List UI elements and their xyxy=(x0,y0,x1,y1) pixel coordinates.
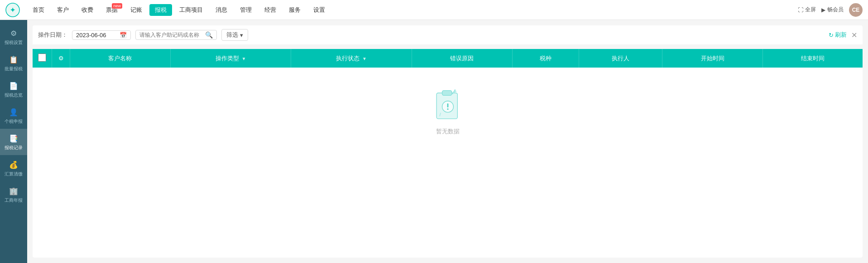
sidebar-label-报税记录: 报税记录 xyxy=(5,145,23,151)
op-type-sort-icon[interactable]: ▼ xyxy=(242,56,246,61)
nav-badge-票据: new xyxy=(112,3,122,9)
sidebar-label-批量报税: 批量报税 xyxy=(5,66,23,72)
svg-text:✦: ✦ xyxy=(10,6,15,14)
refresh-icon: ↻ xyxy=(829,32,834,39)
sidebar-item-个税申报[interactable]: 👤个税申报 xyxy=(0,102,27,129)
exec-status-sort-icon[interactable]: ▼ xyxy=(362,56,367,61)
col-executor: 执行人 xyxy=(579,49,662,68)
records-table: ⚙ 客户名称 操作类型 ▼ 执行状态 ▼ xyxy=(33,49,863,68)
sidebar-icon-批量报税: 📋 xyxy=(9,54,19,64)
sidebar-item-批量报税[interactable]: 📋批量报税 xyxy=(0,50,27,76)
member-btn[interactable]: ▶ 畅会员 xyxy=(821,6,844,14)
sidebar-item-报税记录[interactable]: 📑报税记录 xyxy=(0,129,27,155)
nav-item-经营[interactable]: 经营 xyxy=(259,4,282,16)
nav-item-记账[interactable]: 记账 xyxy=(125,4,148,16)
table-header: ⚙ 客户名称 操作类型 ▼ 执行状态 ▼ xyxy=(33,49,863,68)
refresh-button[interactable]: ↻ 刷新 xyxy=(829,31,847,39)
nav-item-工商项目[interactable]: 工商项目 xyxy=(174,4,208,16)
empty-state: 暂无数据 xyxy=(33,68,863,154)
sidebar-item-报税总览[interactable]: 📄报税总览 xyxy=(0,76,27,102)
search-button[interactable]: 🔍 xyxy=(205,31,213,39)
sidebar-label-报税总览: 报税总览 xyxy=(5,92,23,98)
sidebar-icon-报税设置: ⚙ xyxy=(9,28,19,38)
avatar-text: CE xyxy=(852,7,860,13)
member-icon: ▶ xyxy=(821,7,825,13)
fullscreen-label: 全屏 xyxy=(805,6,816,14)
select-all-header xyxy=(33,49,52,68)
col-op-type: 操作类型 ▼ xyxy=(170,49,291,68)
chevron-down-icon: ▾ xyxy=(240,32,243,39)
date-input[interactable] xyxy=(76,32,117,39)
col-exec-status: 执行状态 ▼ xyxy=(291,49,412,68)
sidebar: ⚙报税设置📋批量报税📄报税总览👤个税申报📑报税记录💰汇算清缴🏢工商年报 xyxy=(0,20,27,263)
col-tax-type: 税种 xyxy=(512,49,579,68)
filter-label: 筛选 xyxy=(226,31,238,39)
sidebar-label-个税申报: 个税申报 xyxy=(5,118,23,124)
col-error-reason: 错误原因 xyxy=(412,49,513,68)
nav-item-管理[interactable]: 管理 xyxy=(235,4,257,16)
fullscreen-btn[interactable]: ⛶ 全屏 xyxy=(798,6,816,14)
toolbar: 操作日期： 📅 🔍 筛选 ▾ ↻ 刷新 ✕ xyxy=(33,25,863,44)
empty-illustration xyxy=(430,86,466,122)
col-start-time: 开始时间 xyxy=(662,49,763,68)
date-picker[interactable]: 📅 xyxy=(72,30,131,40)
content-area: 操作日期： 📅 🔍 筛选 ▾ ↻ 刷新 ✕ xyxy=(27,20,868,263)
search-box: 🔍 xyxy=(135,30,217,40)
sidebar-item-工商年报[interactable]: 🏢工商年报 xyxy=(0,181,27,208)
close-button[interactable]: ✕ xyxy=(851,31,857,39)
sidebar-icon-汇算清缴: 💰 xyxy=(9,160,19,170)
refresh-label: 刷新 xyxy=(835,31,847,39)
nav-item-报税[interactable]: 报税 xyxy=(149,4,172,16)
select-all-checkbox[interactable] xyxy=(38,54,46,62)
nav-item-消息[interactable]: 消息 xyxy=(210,4,233,16)
nav-item-设置[interactable]: 设置 xyxy=(308,4,331,16)
sidebar-item-汇算清缴[interactable]: 💰汇算清缴 xyxy=(0,155,27,181)
app-logo[interactable]: ✦ xyxy=(5,3,20,17)
nav-menu: 首页客户收费票据new记账报税工商项目消息管理经营服务设置 xyxy=(27,4,798,16)
col-customer-name: 客户名称 xyxy=(70,49,171,68)
sidebar-item-报税设置[interactable]: ⚙报税设置 xyxy=(0,24,27,50)
col-end-time: 结束时间 xyxy=(763,49,863,68)
sidebar-label-工商年报: 工商年报 xyxy=(5,197,23,203)
member-label: 畅会员 xyxy=(827,6,844,14)
svg-rect-3 xyxy=(442,91,451,96)
svg-point-6 xyxy=(447,108,448,110)
sidebar-icon-工商年报: 🏢 xyxy=(9,186,19,196)
empty-text: 暂无数据 xyxy=(436,127,460,136)
table-container: ⚙ 客户名称 操作类型 ▼ 执行状态 ▼ xyxy=(33,49,863,258)
nav-item-客户[interactable]: 客户 xyxy=(52,4,74,16)
nav-item-首页[interactable]: 首页 xyxy=(27,4,50,16)
nav-item-服务[interactable]: 服务 xyxy=(283,4,306,16)
sidebar-icon-报税总览: 📄 xyxy=(9,81,19,91)
sidebar-label-报税设置: 报税设置 xyxy=(5,39,23,45)
nav-item-收费[interactable]: 收费 xyxy=(76,4,99,16)
nav-right: ⛶ 全屏 ▶ 畅会员 CE xyxy=(798,3,863,17)
nav-item-票据[interactable]: 票据new xyxy=(101,4,123,16)
main-layout: ⚙报税设置📋批量报税📄报税总览👤个税申报📑报税记录💰汇算清缴🏢工商年报 操作日期… xyxy=(0,20,868,263)
settings-icon[interactable]: ⚙ xyxy=(58,55,64,62)
toolbar-right: ↻ 刷新 ✕ xyxy=(829,31,857,39)
sidebar-icon-个税申报: 👤 xyxy=(9,107,19,117)
svg-rect-5 xyxy=(447,103,448,107)
calendar-icon: 📅 xyxy=(120,32,127,39)
top-nav: ✦ 首页客户收费票据new记账报税工商项目消息管理经营服务设置 ⛶ 全屏 ▶ 畅… xyxy=(0,0,868,20)
sidebar-icon-报税记录: 📑 xyxy=(9,133,19,143)
search-input[interactable] xyxy=(139,32,203,38)
gear-header: ⚙ xyxy=(52,49,70,68)
sidebar-label-汇算清缴: 汇算清缴 xyxy=(5,171,23,177)
avatar[interactable]: CE xyxy=(849,3,863,17)
date-label: 操作日期： xyxy=(38,31,67,39)
fullscreen-icon: ⛶ xyxy=(798,7,803,13)
filter-button[interactable]: 筛选 ▾ xyxy=(221,29,248,41)
